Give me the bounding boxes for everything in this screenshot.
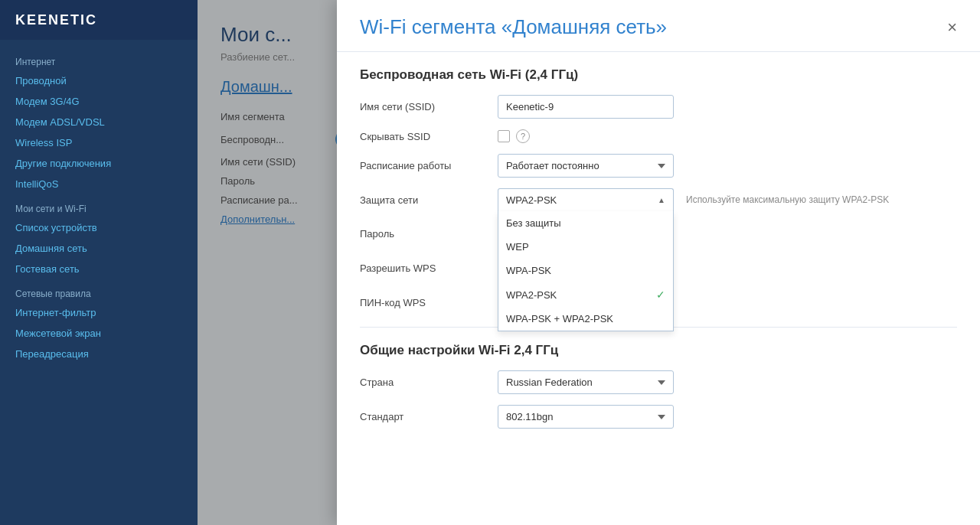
sidebar-item-guest[interactable]: Гостевая сеть [0, 259, 198, 279]
nav-section-internet: Интернет [0, 47, 198, 70]
form-row-country: Страна Russian Federation [360, 370, 957, 394]
modal-body: Беспроводная сеть Wi-Fi (2,4 ГГц) Имя се… [337, 52, 980, 455]
security-option-wep[interactable]: WEP [498, 235, 673, 259]
sidebar-item-firewall[interactable]: Межсетевой экран [0, 323, 198, 344]
nav-section-networks: Мои сети и Wi-Fi [0, 194, 198, 217]
security-dropdown-value: WPA2-PSK [506, 194, 557, 206]
sidebar-item-wired[interactable]: Проводной [0, 70, 198, 91]
country-label: Страна [360, 377, 498, 388]
general-section-title: Общие настройки Wi-Fi 2,4 ГГц [360, 343, 957, 358]
security-dropdown-container: WPA2-PSK ▲ Без защиты WEP WPA-PSK [498, 188, 674, 211]
security-option-wpa-psk[interactable]: WPA-PSK [498, 259, 673, 282]
modal-close-button[interactable]: × [947, 19, 957, 36]
security-option-wpa2-psk-label: WPA2-PSK [506, 289, 557, 301]
security-option-wep-label: WEP [506, 241, 529, 253]
sidebar: KEENETIC Интернет Проводной Модем 3G/4G … [0, 0, 198, 525]
general-wifi-section: Общие настройки Wi-Fi 2,4 ГГц Страна Rus… [360, 343, 957, 429]
standard-label: Стандарт [360, 411, 498, 422]
check-mark-icon: ✓ [656, 289, 665, 301]
security-dropdown-menu: Без защиты WEP WPA-PSK WPA2-PSK ✓ [498, 211, 674, 331]
wifi-section-title: Беспроводная сеть Wi-Fi (2,4 ГГц) [360, 67, 957, 83]
standard-select[interactable]: 802.11bgn [498, 405, 674, 429]
ssid-label: Имя сети (SSID) [360, 101, 498, 112]
modal-header: Wi-Fi сегмента «Домашняя сеть» × [337, 0, 980, 52]
main-area: Мои с... Разбиение сет... Домашн... Имя … [198, 0, 980, 525]
nav-section-rules: Сетевые правила [0, 279, 198, 302]
logo-text: KEENETIC [15, 12, 97, 28]
hide-ssid-label: Скрывать SSID [360, 131, 498, 142]
chevron-up-icon: ▲ [658, 196, 665, 204]
sidebar-item-forward[interactable]: Переадресация [0, 344, 198, 364]
standard-control: 802.11bgn [498, 405, 674, 429]
ssid-control [498, 95, 674, 119]
sidebar-item-filter[interactable]: Интернет-фильтр [0, 302, 198, 323]
ssid-input[interactable] [498, 95, 674, 119]
schedule-label: Расписание работы [360, 160, 498, 171]
hide-ssid-checkbox[interactable] [498, 130, 510, 142]
sidebar-logo: KEENETIC [0, 0, 198, 40]
sidebar-item-adsl[interactable]: Модем ADSL/VDSL [0, 112, 198, 132]
security-dropdown-trigger[interactable]: WPA2-PSK ▲ [498, 188, 674, 211]
form-row-schedule: Расписание работы Работает постоянно [360, 154, 957, 178]
security-option-wpa2-psk[interactable]: WPA2-PSK ✓ [498, 282, 673, 307]
sidebar-item-devices[interactable]: Список устройств [0, 217, 198, 238]
form-row-security: Защита сети WPA2-PSK ▲ Без защиты WEP [360, 188, 957, 211]
sidebar-item-wisp[interactable]: Wireless ISP [0, 132, 198, 153]
sidebar-item-modem3g[interactable]: Модем 3G/4G [0, 91, 198, 112]
form-row-ssid: Имя сети (SSID) [360, 95, 957, 119]
sidebar-item-other[interactable]: Другие подключения [0, 153, 198, 174]
allow-wps-label: Разрешить WPS [360, 262, 498, 274]
schedule-select[interactable]: Работает постоянно [498, 154, 674, 178]
schedule-control: Работает постоянно [498, 154, 674, 178]
country-control: Russian Federation [498, 370, 674, 394]
security-option-wpa-wpa2[interactable]: WPA-PSK + WPA2-PSK [498, 307, 673, 331]
sidebar-item-home[interactable]: Домашняя сеть [0, 238, 198, 259]
hide-ssid-control: ? [498, 129, 530, 143]
help-icon[interactable]: ? [516, 129, 530, 143]
security-hint: Используйте максимальную защиту WPA2-PSK [686, 194, 957, 205]
security-option-wpa-wpa2-label: WPA-PSK + WPA2-PSK [506, 313, 613, 324]
wps-pin-label: ПИН-код WPS [360, 297, 498, 308]
modal: Wi-Fi сегмента «Домашняя сеть» × Беспров… [337, 0, 980, 525]
country-select[interactable]: Russian Federation [498, 370, 674, 394]
sidebar-item-intelliqos[interactable]: IntelliQoS [0, 174, 198, 194]
modal-title: Wi-Fi сегмента «Домашняя сеть» [360, 15, 667, 39]
security-option-none-label: Без защиты [506, 217, 561, 229]
modal-overlay: Wi-Fi сегмента «Домашняя сеть» × Беспров… [198, 0, 980, 525]
sidebar-nav: Интернет Проводной Модем 3G/4G Модем ADS… [0, 40, 198, 372]
form-row-standard: Стандарт 802.11bgn [360, 405, 957, 429]
security-option-wpa-psk-label: WPA-PSK [506, 265, 551, 276]
password-label: Пароль [360, 228, 498, 240]
security-option-none[interactable]: Без защиты [498, 211, 673, 235]
security-label: Защита сети [360, 194, 498, 206]
form-row-hide-ssid: Скрывать SSID ? [360, 129, 957, 143]
